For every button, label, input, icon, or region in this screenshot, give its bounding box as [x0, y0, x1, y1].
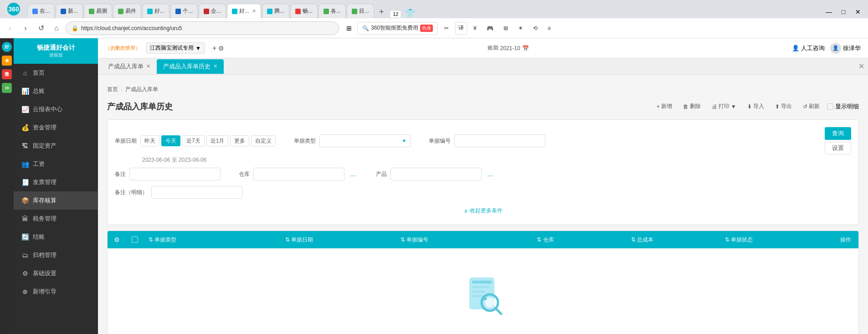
voucher-type-label: 单据类型 — [294, 137, 316, 145]
more-btn[interactable]: ≡ — [544, 22, 555, 35]
app-logo-icon[interactable]: 好 — [2, 42, 12, 52]
nav-item-ledger[interactable]: 📊 总账 — [14, 82, 98, 100]
header-checkbox[interactable] — [132, 236, 138, 243]
nav-item-payroll[interactable]: 👥 工资 — [14, 155, 98, 173]
query-button[interactable]: 查询 — [825, 127, 851, 140]
product-input[interactable] — [390, 168, 482, 180]
voucher-number-input[interactable] — [454, 134, 545, 147]
date-btn-7days[interactable]: 近7天 — [182, 135, 205, 146]
maximize-button[interactable]: □ — [837, 5, 850, 18]
date-btn-1month[interactable]: 近1月 — [206, 135, 229, 146]
date-btn-more[interactable]: 更多 — [230, 135, 249, 146]
nav-item-settle[interactable]: 🔄 结账 — [14, 228, 98, 246]
game-btn[interactable]: 🎮 — [483, 22, 497, 35]
nav-item-archive[interactable]: 🗂 归档管理 — [14, 246, 98, 264]
yuan-btn[interactable]: ¥ — [470, 22, 480, 35]
minimize-button[interactable]: — — [822, 5, 835, 18]
date-btn-yesterday[interactable]: 昨天 — [140, 135, 159, 146]
th-cost[interactable]: ⇅ 总成本 — [627, 236, 720, 244]
product-dots-button[interactable]: ... — [485, 170, 495, 178]
tab-history-close[interactable]: ✕ — [213, 63, 217, 69]
close-button[interactable]: ✕ — [852, 5, 864, 18]
tab-4[interactable]: 易件 — [113, 4, 141, 18]
theme-btn[interactable]: ☀ — [514, 22, 527, 35]
breadcrumb-home[interactable]: 首页 — [107, 86, 118, 93]
tab-3[interactable]: 易测 — [84, 4, 112, 18]
tab-6[interactable]: 个... — [170, 4, 198, 18]
nav-item-tax[interactable]: 🏛 税务管理 — [14, 210, 98, 228]
consult-button[interactable]: 👤 人工咨询 — [792, 44, 825, 52]
th-checkbox[interactable] — [126, 236, 144, 243]
translate-btn[interactable]: 译 — [455, 22, 467, 35]
star-icon[interactable]: ★ — [2, 56, 12, 66]
tab-9[interactable]: 腾... — [262, 4, 289, 18]
refresh-action-button[interactable]: ↺ 刷新 — [799, 101, 823, 112]
th-number[interactable]: ⇅ 单据编号 — [396, 236, 533, 244]
tab-12[interactable]: 目... — [347, 4, 374, 18]
th-date[interactable]: ⇅ 单据日期 — [281, 236, 396, 244]
tab-list-close[interactable]: ✕ — [146, 63, 150, 69]
tab-5[interactable]: 好... — [142, 4, 169, 18]
display-toggle[interactable]: 显示明细 — [827, 103, 859, 111]
tab-7[interactable]: 企... — [199, 4, 226, 18]
date-btn-custom[interactable]: 自定义 — [251, 135, 276, 146]
date-btn-today[interactable]: 今天 — [161, 135, 180, 146]
display-checkbox[interactable] — [827, 103, 833, 110]
tab-11[interactable]: 各... — [318, 4, 346, 18]
weibo-icon[interactable]: 微 — [2, 69, 12, 79]
tab-8-close[interactable]: ✕ — [252, 8, 256, 14]
close-panel[interactable]: ✕ — [858, 62, 864, 71]
search-area[interactable]: 🔍 360智能抠图免费用 热搜 — [357, 22, 438, 35]
company-select[interactable]: 江西脑宝测试专用 ▼ — [146, 42, 205, 54]
tab-10[interactable]: 畅... — [290, 4, 318, 18]
empty-illustration — [460, 271, 506, 316]
user-profile[interactable]: 👤 徐泽华 — [830, 43, 861, 54]
th-warehouse[interactable]: ⇅ 仓库 — [532, 236, 626, 244]
home-button[interactable]: ⌂ — [50, 22, 63, 35]
note-input[interactable] — [129, 168, 221, 180]
settings-top-button[interactable]: ⚙ — [218, 45, 224, 52]
nav-item-fund[interactable]: 💰 资金管理 — [14, 118, 98, 137]
nav-item-fixed[interactable]: 🏗 固定资产 — [14, 137, 98, 155]
nav-item-more[interactable]: ⊕ 新增引导 — [14, 283, 98, 301]
warehouse-dots-button[interactable]: ... — [348, 170, 358, 178]
refresh-button[interactable]: ↺ — [35, 22, 47, 35]
back-button[interactable]: ‹ — [4, 22, 16, 35]
tab-voucher-history[interactable]: 产成品入库单历史 ✕ — [157, 59, 224, 74]
th-settings[interactable]: ⚙ — [108, 236, 126, 243]
th-status[interactable]: ⇅ 单据状态 — [720, 236, 836, 244]
delete-button[interactable]: 🗑 删除 — [679, 101, 704, 112]
address-input[interactable]: 🔒 https://cloud.chanjet.com/accounting/u… — [66, 21, 339, 35]
nav-item-home[interactable]: ⌂ 首页 — [14, 64, 98, 82]
add-company-button[interactable]: + — [212, 44, 216, 52]
grid-icon[interactable]: ⊞ — [344, 23, 354, 34]
detail-note-input[interactable] — [151, 186, 242, 199]
export-button[interactable]: ⬆ 导出 — [771, 101, 796, 112]
svg-rect-2 — [472, 286, 489, 288]
mail-icon[interactable]: ✉ — [2, 83, 12, 93]
add-button[interactable]: + 新增 — [653, 101, 676, 112]
import-button[interactable]: ⬇ 导入 — [744, 101, 768, 112]
tab-2[interactable]: 新... — [56, 4, 83, 18]
calendar-icon[interactable]: 📅 — [522, 45, 529, 51]
tab-8[interactable]: 好... ✕ — [227, 4, 261, 18]
scissors-btn[interactable]: ✂ — [441, 22, 452, 35]
nav-item-report[interactable]: 📈 云报表中心 — [14, 100, 98, 118]
tab-1[interactable]: 在... — [27, 4, 55, 18]
browser-logo[interactable]: 360 — [7, 3, 20, 15]
warehouse-input[interactable] — [253, 168, 344, 180]
back-forward-btn[interactable]: ⟲ — [529, 22, 541, 35]
apps-btn[interactable]: ⊞ — [500, 22, 512, 35]
th-voucher-type[interactable]: ⇅ 单据类型 — [144, 236, 281, 244]
collapse-bar[interactable]: ∧ 收起更多条件 — [115, 204, 851, 217]
nav-item-basic[interactable]: ⚙ 基础设置 — [14, 264, 98, 283]
tab-voucher-list[interactable]: 产成品入库单 ✕ — [102, 59, 157, 74]
new-tab-button[interactable]: + — [375, 5, 388, 18]
print-button[interactable]: 🖨 打印 ▼ — [708, 101, 740, 112]
breadcrumb-list[interactable]: 产成品入库单 — [125, 86, 158, 93]
voucher-type-select[interactable]: ▼ — [319, 134, 411, 147]
nav-item-inventory[interactable]: 📦 库存核算 — [14, 191, 98, 210]
nav-item-invoice[interactable]: 🧾 发票管理 — [14, 173, 98, 191]
settings-search-button[interactable]: 设置 — [825, 142, 851, 154]
forward-button[interactable]: › — [19, 22, 32, 35]
